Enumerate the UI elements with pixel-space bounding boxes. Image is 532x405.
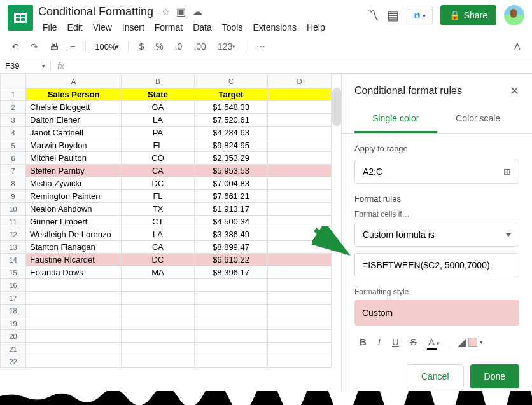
cell[interactable]: $7,661.21	[195, 190, 268, 203]
cell[interactable]	[268, 165, 332, 177]
row-header-9[interactable]: 9	[1, 190, 26, 203]
cell[interactable]	[122, 343, 195, 355]
cell[interactable]: Nealon Ashdown	[26, 203, 122, 216]
cell[interactable]	[122, 330, 195, 343]
cell[interactable]: $6,610.22	[195, 254, 268, 266]
cell[interactable]	[195, 330, 268, 343]
cell[interactable]: MA	[122, 266, 195, 279]
present-button[interactable]: ⧉ ▾	[407, 6, 433, 25]
cell[interactable]	[195, 343, 268, 355]
zoom-select[interactable]: 100% ▾	[92, 41, 122, 53]
row-header-6[interactable]: 6	[1, 152, 26, 165]
cell[interactable]	[26, 292, 122, 305]
cloud-status-icon[interactable]: ☁	[192, 6, 202, 18]
cell[interactable]	[268, 216, 332, 228]
cancel-button[interactable]: Cancel	[407, 364, 464, 388]
sheets-logo[interactable]	[8, 5, 33, 31]
row-header-4[interactable]: 4	[1, 127, 26, 139]
cell[interactable]: Dalton Elener	[26, 114, 122, 127]
cell[interactable]: CA	[122, 241, 195, 254]
rule-type-select[interactable]: Custom formula is	[354, 223, 519, 247]
cell[interactable]	[268, 127, 332, 139]
more-toolbar-button[interactable]: ⋯	[253, 39, 269, 54]
cell[interactable]: $8,899.47	[195, 241, 268, 254]
tab-color-scale[interactable]: Color scale	[437, 106, 520, 133]
cell[interactable]: $1,913.17	[195, 203, 268, 216]
cell[interactable]: $7,520.61	[195, 114, 268, 127]
cell[interactable]: FL	[122, 190, 195, 203]
undo-button[interactable]: ↶	[8, 39, 23, 54]
cell[interactable]: LA	[122, 228, 195, 241]
done-button[interactable]: Done	[470, 364, 519, 388]
cell[interactable]: Eolanda Dows	[26, 266, 122, 279]
cell[interactable]: Target	[195, 88, 268, 101]
cell[interactable]: Remington Painten	[26, 190, 122, 203]
bold-button[interactable]: B	[354, 333, 372, 351]
cell[interactable]	[268, 177, 332, 190]
cell[interactable]: $5,953.53	[195, 165, 268, 177]
italic-button[interactable]: I	[373, 333, 386, 351]
collapse-toolbar-button[interactable]: ᐱ	[510, 39, 524, 54]
menu-help[interactable]: Help	[302, 20, 330, 35]
cell[interactable]: Gunner Limbert	[26, 216, 122, 228]
menu-tools[interactable]: Tools	[218, 20, 248, 35]
row-header-3[interactable]: 3	[1, 114, 26, 127]
tab-single-color[interactable]: Single color	[354, 106, 437, 133]
row-header-8[interactable]: 8	[1, 177, 26, 190]
cell[interactable]: Chelsie Bloggett	[26, 101, 122, 114]
paint-format-button[interactable]: ⌐	[66, 39, 79, 54]
cell[interactable]	[26, 305, 122, 317]
cell[interactable]: State	[122, 88, 195, 101]
row-header-17[interactable]: 17	[1, 292, 26, 305]
cell[interactable]	[268, 152, 332, 165]
menu-view[interactable]: View	[88, 20, 116, 35]
cell[interactable]	[195, 305, 268, 317]
row-header-13[interactable]: 13	[1, 241, 26, 254]
cell[interactable]: Steffen Parnby	[26, 165, 122, 177]
star-icon[interactable]: ☆	[161, 6, 170, 18]
formula-input[interactable]: =ISBETWEEN($C2, 5000,7000)	[354, 253, 519, 277]
cell[interactable]	[26, 317, 122, 330]
row-header-2[interactable]: 2	[1, 101, 26, 114]
cell[interactable]	[26, 330, 122, 343]
cell[interactable]	[26, 279, 122, 292]
cell[interactable]	[268, 203, 332, 216]
cell[interactable]	[268, 279, 332, 292]
row-header-15[interactable]: 15	[1, 266, 26, 279]
cell[interactable]: Mitchel Paulton	[26, 152, 122, 165]
row-header-7[interactable]: 7	[1, 165, 26, 177]
range-input[interactable]: A2:C ⊞	[354, 160, 519, 184]
row-header-5[interactable]: 5	[1, 139, 26, 152]
row-header-19[interactable]: 19	[1, 317, 26, 330]
cell[interactable]: CA	[122, 165, 195, 177]
menu-edit[interactable]: Edit	[63, 20, 87, 35]
currency-button[interactable]: $	[135, 39, 148, 54]
cell[interactable]	[268, 254, 332, 266]
cell[interactable]: $7,004.83	[195, 177, 268, 190]
cell[interactable]	[268, 241, 332, 254]
cell[interactable]	[268, 101, 332, 114]
col-header-A[interactable]: A	[26, 74, 122, 88]
cell[interactable]: LA	[122, 114, 195, 127]
style-preview[interactable]: Custom	[354, 300, 519, 326]
row-header-21[interactable]: 21	[1, 343, 26, 355]
cell[interactable]	[268, 88, 332, 101]
cell[interactable]	[26, 355, 122, 368]
row-header-20[interactable]: 20	[1, 330, 26, 343]
menu-data[interactable]: Data	[188, 20, 216, 35]
row-header-12[interactable]: 12	[1, 228, 26, 241]
col-header-D[interactable]: D	[268, 74, 332, 88]
cell[interactable]: DC	[122, 177, 195, 190]
cell[interactable]: $4,284.63	[195, 127, 268, 139]
cell[interactable]	[122, 305, 195, 317]
row-header-18[interactable]: 18	[1, 305, 26, 317]
cell[interactable]: PA	[122, 127, 195, 139]
row-header-11[interactable]: 11	[1, 216, 26, 228]
cell[interactable]	[268, 228, 332, 241]
strike-button[interactable]: S	[405, 333, 422, 351]
name-box[interactable]: F39▾	[0, 61, 51, 71]
cell[interactable]	[26, 343, 122, 355]
cell[interactable]	[268, 114, 332, 127]
cell[interactable]	[268, 139, 332, 152]
select-all-corner[interactable]	[1, 74, 26, 88]
